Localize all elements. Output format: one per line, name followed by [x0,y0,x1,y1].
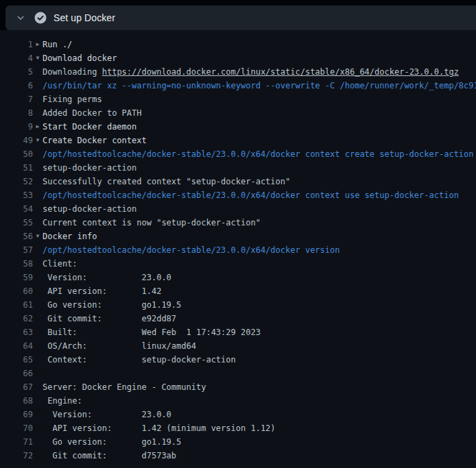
line-number-link[interactable]: 63 [0,325,33,339]
line-number-link[interactable]: 51 [0,161,33,175]
log-text: API version: 1.42 [43,284,161,298]
log-line[interactable]: 56▼Docker info [0,230,476,243]
toggle-spacer [33,312,43,325]
log-line[interactable]: 49▼Create Docker context [0,134,476,147]
line-number-link[interactable]: 8 [0,106,33,120]
log-line: 69 Version: 23.0.0 [0,408,476,421]
log-text: /usr/bin/tar xz --warning=no-unknown-key… [43,79,476,93]
group-title[interactable]: Start Docker daemon [43,120,136,134]
log-text: Version: 23.0.0 [43,271,171,284]
log-line: 51setup-docker-action [0,161,476,175]
log-line: 61 Go version: go1.19.5 [0,298,476,312]
log-line: 8Added Docker to PATH [0,106,476,120]
log-text: Fixing perms [43,93,102,106]
log-line: 70 API version: 1.42 (minimum version 1.… [0,421,476,435]
line-number-link[interactable]: 1 [0,38,33,51]
log-text: Go version: go1.19.5 [43,435,181,449]
log-line: 7Fixing perms [0,93,476,106]
log-line: 5Downloading https://download.docker.com… [0,65,476,79]
line-number-link[interactable]: 49 [0,134,33,147]
collapse-group-icon[interactable]: ▼ [33,230,43,243]
toggle-spacer [33,161,43,175]
toggle-spacer [33,202,43,216]
log-text: /opt/hostedtoolcache/docker-stable/23.0.… [43,147,474,161]
toggle-spacer [33,367,43,380]
log-text: Successfully created context "setup-dock… [43,175,290,188]
log-line: 68 Engine: [0,394,476,408]
toggle-spacer [33,394,43,408]
log-text: Client: [43,257,78,271]
log-text: Engine: [43,394,82,408]
line-number-link[interactable]: 61 [0,298,33,312]
log-text: Current context is now "setup-docker-act… [43,216,261,230]
log-url-link[interactable]: https://download.docker.com/linux/static… [102,67,459,77]
log-line: 6/usr/bin/tar xz --warning=no-unknown-ke… [0,79,476,93]
group-title[interactable]: Docker info [43,230,97,243]
toggle-spacer [33,175,43,188]
log-line: 63 Built: Wed Feb 1 17:43:29 2023 [0,325,476,339]
line-number-link[interactable]: 60 [0,284,33,298]
log-text: /opt/hostedtoolcache/docker-stable/23.0.… [43,243,340,257]
line-number-link[interactable]: 66 [0,367,33,380]
line-number-link[interactable]: 52 [0,175,33,188]
log-line[interactable]: 9▶Start Docker daemon [0,120,476,134]
log-text: API version: 1.42 (minimum version 1.12) [43,421,276,435]
log-text: Git commit: d7573ab [43,449,176,463]
line-number-link[interactable]: 6 [0,79,33,93]
line-number-link[interactable]: 50 [0,147,33,161]
line-number-link[interactable]: 64 [0,339,33,353]
toggle-spacer [33,216,43,230]
group-title[interactable]: Download docker [43,51,117,65]
log-line: 58Client: [0,257,476,271]
toggle-spacer [33,435,43,449]
line-number-link[interactable]: 70 [0,421,33,435]
line-number-link[interactable]: 9 [0,120,33,134]
toggle-spacer [33,271,43,284]
line-number-link[interactable]: 72 [0,449,33,463]
log-line: 72 Git commit: d7573ab [0,449,476,463]
line-number-link[interactable]: 58 [0,257,33,271]
toggle-spacer [33,284,43,298]
line-number-link[interactable]: 68 [0,394,33,408]
log-line: 60 API version: 1.42 [0,284,476,298]
toggle-spacer [33,243,43,257]
expand-group-icon[interactable]: ▶ [33,38,43,51]
line-number-link[interactable]: 53 [0,188,33,202]
step-header[interactable]: Set up Docker [5,5,476,30]
expand-group-icon[interactable]: ▶ [33,120,43,134]
line-number-link[interactable]: 62 [0,312,33,325]
toggle-spacer [33,380,43,394]
line-number-link[interactable]: 4 [0,51,33,65]
line-number-link[interactable]: 65 [0,353,33,367]
log-text: Context: setup-docker-action [43,353,236,367]
group-title[interactable]: Run ./ [43,38,72,51]
line-number-link[interactable]: 71 [0,435,33,449]
line-number-link[interactable]: 7 [0,93,33,106]
log-line: 55Current context is now "setup-docker-a… [0,216,476,230]
line-number-link[interactable]: 57 [0,243,33,257]
check-circle-icon [34,12,47,24]
log-text: Go version: go1.19.5 [43,298,181,312]
toggle-spacer [33,65,43,79]
log-line: 71 Go version: go1.19.5 [0,435,476,449]
log-line: 67Server: Docker Engine - Community [0,380,476,394]
toggle-spacer [33,298,43,312]
line-number-link[interactable]: 5 [0,65,33,79]
line-number-link[interactable]: 55 [0,216,33,230]
log-line[interactable]: 4▼Download docker [0,51,476,65]
line-number-link[interactable]: 59 [0,271,33,284]
log-line: 52Successfully created context "setup-do… [0,175,476,188]
log-line[interactable]: 1▶Run ./ [0,38,476,51]
group-title[interactable]: Create Docker context [43,134,147,147]
toggle-spacer [33,408,43,421]
line-number-link[interactable]: 69 [0,408,33,421]
log-text: Version: 23.0.0 [43,408,171,421]
toggle-spacer [33,79,43,93]
collapse-group-icon[interactable]: ▼ [33,51,43,65]
log-line: 53/opt/hostedtoolcache/docker-stable/23.… [0,188,476,202]
line-number-link[interactable]: 54 [0,202,33,216]
line-number-link[interactable]: 56 [0,230,33,243]
collapse-group-icon[interactable]: ▼ [33,134,43,147]
chevron-down-icon[interactable] [15,12,26,23]
line-number-link[interactable]: 67 [0,380,33,394]
